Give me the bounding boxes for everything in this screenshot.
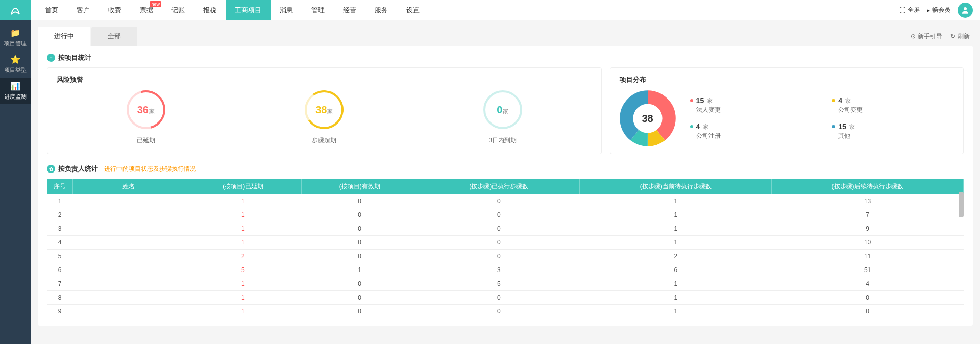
table-row[interactable]: 4100110 <box>47 236 964 250</box>
table-header[interactable]: (按项目)已延期 <box>185 179 301 194</box>
table-header[interactable]: (按步骤)已执行步骤数 <box>418 179 580 194</box>
donut-chart: 38 <box>620 90 676 146</box>
risk-label: 已延期 <box>137 136 155 145</box>
sidebar-item-1[interactable]: ⭐项目类型 <box>0 51 31 78</box>
sidebar-label: 进度监测 <box>4 93 27 101</box>
section2-title-text: 按负责人统计 <box>58 164 98 174</box>
topbar: 首页客户收费票据new记账报税工商项目消息管理经营服务设置 ⛶ 全屏 ▸ 畅会员 <box>0 0 980 20</box>
risk-circle: 36家 <box>127 90 165 129</box>
stats-icon: ≡ <box>47 54 55 62</box>
table-header[interactable]: (按步骤)后续待执行步骤数 <box>772 179 964 194</box>
refresh-label: 刷新 <box>958 32 970 41</box>
legend-item[interactable]: 4家公司变更 <box>832 96 954 114</box>
avatar[interactable] <box>958 3 973 18</box>
section2-subtitle: 进行中的项目状态及步骤执行情况 <box>104 165 196 174</box>
table-row[interactable]: 6513651 <box>47 263 964 277</box>
fullscreen-button[interactable]: ⛶ 全屏 <box>899 6 920 14</box>
legend-dot <box>832 125 835 128</box>
topnav-item-3[interactable]: 票据new <box>131 0 162 20</box>
legend-unit: 家 <box>849 123 855 131</box>
topnav-item-4[interactable]: 记账 <box>162 0 194 20</box>
sidebar: 📁项目管理⭐项目类型📊进度监测 <box>0 20 31 344</box>
refresh-button[interactable]: ↻ 刷新 <box>950 32 970 41</box>
topnav-item-10[interactable]: 服务 <box>365 0 397 20</box>
legend-dot <box>690 125 693 128</box>
table-row[interactable]: 810010 <box>47 291 964 305</box>
risk-circles: 36家已延期38家步骤超期0家3日内到期 <box>57 90 592 145</box>
donut-total: 38 <box>634 105 662 132</box>
topnav-item-1[interactable]: 客户 <box>67 0 99 20</box>
legend-item[interactable]: 15家法人变更 <box>690 96 812 114</box>
legend-num: 15 <box>696 96 704 105</box>
sidebar-item-2[interactable]: 📊进度监测 <box>0 78 31 104</box>
table-row[interactable]: 310019 <box>47 222 964 236</box>
risk-item[interactable]: 38家步骤超期 <box>305 90 344 145</box>
topnav-item-7[interactable]: 消息 <box>271 0 302 20</box>
sidebar-item-0[interactable]: 📁项目管理 <box>0 24 31 51</box>
table-wrap: 序号姓名(按项目)已延期(按项目)有效期(按步骤)已执行步骤数(按步骤)当前待执… <box>47 179 964 318</box>
legend-unit: 家 <box>703 123 708 131</box>
sidebar-icon: ⭐ <box>10 55 20 64</box>
legend-label: 其他 <box>838 132 954 140</box>
topnav-item-11[interactable]: 设置 <box>397 0 429 20</box>
risk-card: 风险预警 36家已延期38家步骤超期0家3日内到期 <box>47 67 602 154</box>
table-row[interactable]: 5200211 <box>47 250 964 263</box>
dist-title: 项目分布 <box>620 75 954 84</box>
owner-table: 序号姓名(按项目)已延期(按项目)有效期(按步骤)已执行步骤数(按步骤)当前待执… <box>47 179 964 318</box>
table-header[interactable]: (按项目)有效期 <box>301 179 418 194</box>
sidebar-icon: 📁 <box>10 28 20 38</box>
table-row[interactable]: 1100113 <box>47 194 964 208</box>
legend-item[interactable]: 4家公司注册 <box>690 122 812 140</box>
new-badge: new <box>150 1 161 7</box>
tab-1[interactable]: 全部 <box>91 27 137 46</box>
legend-unit: 家 <box>707 97 713 105</box>
table-row[interactable]: 710514 <box>47 277 964 291</box>
legend-num: 15 <box>838 122 846 131</box>
sidebar-label: 项目管理 <box>4 40 27 47</box>
stats-row: 风险预警 36家已延期38家步骤超期0家3日内到期 项目分布 38 15家法人变… <box>47 67 964 154</box>
section-owner-stats-title: ✿ 按负责人统计 进行中的项目状态及步骤执行情况 <box>47 164 964 174</box>
legend-label: 公司变更 <box>838 106 954 114</box>
legend-unit: 家 <box>845 97 851 105</box>
legend: 15家法人变更4家公司变更4家公司注册15家其他 <box>690 96 954 140</box>
table-header[interactable]: 姓名 <box>72 179 185 194</box>
risk-item[interactable]: 36家已延期 <box>127 90 165 145</box>
sidebar-label: 项目类型 <box>4 66 27 74</box>
legend-dot <box>832 99 835 102</box>
sidebar-icon: 📊 <box>10 81 20 91</box>
play-icon: ▸ <box>927 7 930 14</box>
topnav-item-8[interactable]: 管理 <box>302 0 334 20</box>
legend-label: 法人变更 <box>696 106 812 114</box>
topnav-item-2[interactable]: 收费 <box>99 0 131 20</box>
main-content: 进行中全部 ⊙ 新手引导 ↻ 刷新 ≡ 按项目统计 风险预警 3 <box>31 20 980 344</box>
legend-num: 4 <box>696 122 700 131</box>
scrollbar[interactable] <box>959 192 964 217</box>
fullscreen-icon: ⛶ <box>899 7 905 14</box>
table-header[interactable]: 序号 <box>47 179 72 194</box>
panel: ≡ 按项目统计 风险预警 36家已延期38家步骤超期0家3日内到期 项目分布 3… <box>38 46 973 326</box>
legend-item[interactable]: 15家其他 <box>832 122 954 140</box>
topnav-item-6[interactable]: 工商项目 <box>226 0 271 20</box>
member-label: 畅会员 <box>932 6 950 14</box>
refresh-icon: ↻ <box>950 33 955 40</box>
legend-num: 4 <box>838 96 842 105</box>
table-row[interactable]: 910010 <box>47 305 964 318</box>
member-button[interactable]: ▸ 畅会员 <box>927 6 950 14</box>
fullscreen-label: 全屏 <box>908 6 920 14</box>
tabs-row: 进行中全部 ⊙ 新手引导 ↻ 刷新 <box>38 27 973 46</box>
legend-label: 公司注册 <box>696 132 812 140</box>
guide-icon: ⊙ <box>911 33 916 40</box>
guide-button[interactable]: ⊙ 新手引导 <box>911 32 942 41</box>
risk-item[interactable]: 0家3日内到期 <box>483 90 522 145</box>
topbar-right: ⛶ 全屏 ▸ 畅会员 <box>899 3 980 18</box>
svg-point-0 <box>964 7 967 10</box>
tab-0[interactable]: 进行中 <box>38 27 90 46</box>
topnav-item-0[interactable]: 首页 <box>36 0 67 20</box>
logo[interactable] <box>0 0 31 20</box>
topnav-item-9[interactable]: 经营 <box>334 0 365 20</box>
topnav-item-5[interactable]: 报税 <box>194 0 226 20</box>
table-row[interactable]: 210017 <box>47 208 964 222</box>
table-header[interactable]: (按步骤)当前待执行步骤数 <box>580 179 772 194</box>
distribution-card: 项目分布 38 15家法人变更4家公司变更4家公司注册15家其他 <box>610 67 964 154</box>
distribution-content: 38 15家法人变更4家公司变更4家公司注册15家其他 <box>620 90 954 146</box>
